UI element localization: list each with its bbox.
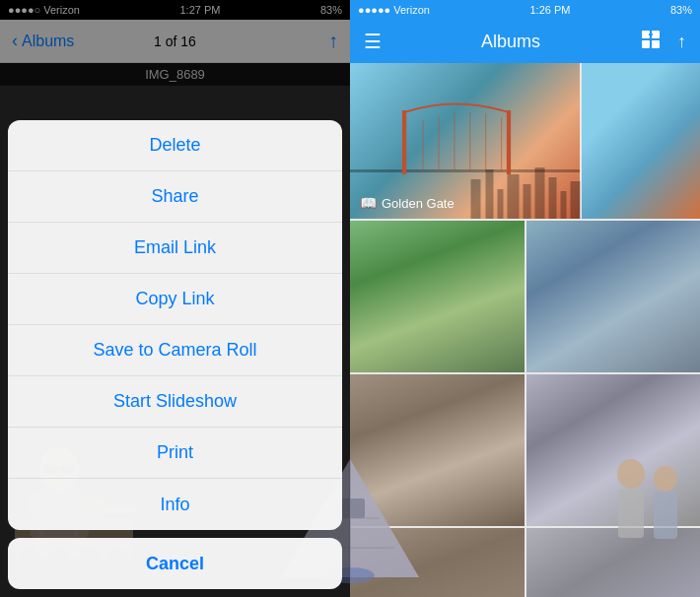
action-print[interactable]: Print: [8, 428, 342, 479]
svg-rect-23: [561, 191, 567, 219]
photo-grid: 📖 Golden Gate: [350, 63, 700, 597]
action-delete[interactable]: Delete: [8, 120, 342, 171]
action-save-camera-roll[interactable]: Save to Camera Roll: [8, 325, 342, 376]
grid-row-3: [350, 374, 700, 526]
right-navbar: ☰ Albums ↑: [350, 20, 700, 63]
action-email-link[interactable]: Email Link: [8, 223, 342, 274]
svg-rect-21: [535, 167, 545, 219]
action-copy-link[interactable]: Copy Link: [8, 274, 342, 325]
right-statusbar: ●●●●● Verizon 1:26 PM 83%: [350, 0, 700, 20]
svg-rect-4: [649, 33, 653, 35]
spaceship-photo[interactable]: [526, 374, 701, 526]
grid-row-banner: 📖 Golden Gate: [350, 63, 700, 219]
grid-view-icon[interactable]: [640, 29, 662, 55]
action-start-slideshow[interactable]: Start Slideshow: [8, 376, 342, 428]
left-panel: ●●●●○ Verizon 1:27 PM 83% ‹ Albums 1 of …: [0, 0, 350, 597]
action-info[interactable]: Info: [8, 479, 342, 530]
svg-rect-18: [498, 189, 504, 219]
svg-rect-20: [524, 184, 531, 219]
grid-row-2: [350, 221, 700, 372]
right-battery: 83%: [670, 4, 692, 16]
right-panel: ●●●●● Verizon 1:26 PM 83% ☰ Albums ↑: [350, 0, 700, 597]
svg-rect-19: [508, 174, 520, 219]
couple-stairs-photo[interactable]: [526, 221, 701, 372]
action-sheet-overlay: Delete Share Email Link Copy Link Save t…: [0, 0, 350, 597]
svg-rect-0: [642, 31, 650, 38]
svg-rect-2: [642, 40, 650, 48]
action-sheet-group: Delete Share Email Link Copy Link Save t…: [8, 120, 342, 530]
city-skyline-photo[interactable]: [582, 63, 700, 219]
share-icon[interactable]: ↑: [677, 32, 686, 52]
svg-rect-17: [486, 169, 494, 219]
action-cancel[interactable]: Cancel: [8, 538, 342, 589]
svg-rect-1: [652, 31, 660, 38]
svg-rect-16: [471, 179, 481, 219]
svg-rect-3: [652, 40, 660, 48]
menu-icon[interactable]: ☰: [364, 30, 382, 53]
albums-title: Albums: [481, 32, 540, 52]
action-sheet: Delete Share Email Link Copy Link Save t…: [0, 120, 350, 597]
navbar-icons: ↑: [640, 29, 686, 55]
svg-rect-22: [549, 177, 557, 219]
right-time: 1:26 PM: [529, 4, 570, 16]
right-carrier: ●●●●● Verizon: [358, 4, 430, 16]
svg-rect-24: [571, 181, 581, 219]
man-sunglasses-photo[interactable]: [350, 221, 525, 372]
svg-rect-48: [350, 498, 365, 518]
action-share[interactable]: Share: [8, 171, 342, 223]
